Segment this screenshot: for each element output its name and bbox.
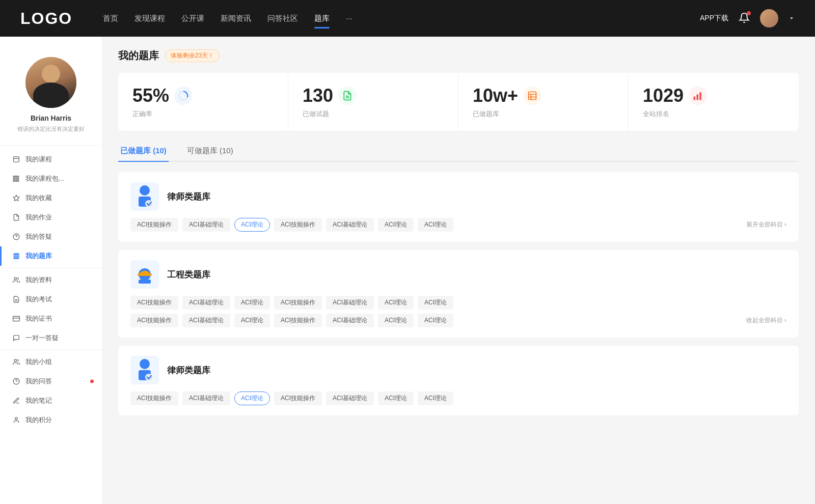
tag[interactable]: ACI基础理论	[182, 218, 230, 232]
nav-more[interactable]: ···	[346, 12, 352, 25]
tag-active[interactable]: ACI理论	[234, 391, 270, 405]
tag[interactable]: ACI技能操作	[130, 296, 178, 310]
tag[interactable]: ACI理论	[418, 391, 453, 405]
tag[interactable]: ACI技能操作	[130, 391, 178, 405]
svg-point-39	[145, 374, 152, 381]
tags-section: ACI技能操作 ACI基础理论 ACI理论 ACI技能操作 ACI基础理论 AC…	[130, 391, 786, 405]
sidebar-label: 我的笔记	[25, 396, 52, 405]
sidebar-item-favorites[interactable]: 我的收藏	[0, 188, 102, 208]
tag[interactable]: ACI理论	[378, 218, 414, 232]
exam-icon	[12, 295, 20, 303]
sidebar-item-mycourse[interactable]: 我的课程	[0, 150, 102, 169]
nav-home[interactable]: 首页	[103, 12, 118, 25]
bank-icon-lawyer	[130, 182, 159, 211]
nav-news[interactable]: 新闻资讯	[221, 12, 251, 25]
sidebar-item-questionbank[interactable]: 我的题库	[0, 246, 102, 266]
svg-rect-24	[529, 92, 536, 100]
chat-icon	[12, 334, 20, 342]
tag[interactable]: ACI理论	[234, 314, 270, 327]
avatar-image	[25, 57, 76, 108]
tag-active[interactable]: ACI理论	[234, 218, 270, 232]
sidebar-label: 一对一答疑	[25, 333, 59, 343]
expand-link[interactable]: 展开全部科目 ›	[746, 220, 786, 229]
tag[interactable]: ACI理论	[418, 218, 453, 232]
package-icon	[12, 175, 20, 183]
stat-rank: 1029 全站排名	[629, 73, 799, 131]
divider	[0, 350, 102, 350]
tag[interactable]: ACI技能操作	[274, 314, 322, 327]
tag[interactable]: ACI基础理论	[326, 218, 374, 232]
tag[interactable]: ACI基础理论	[182, 296, 230, 310]
sidebar-label: 我的题库	[25, 251, 52, 261]
profile-motto: 错误的决定比没有决定要好	[8, 125, 94, 133]
sidebar-item-answers[interactable]: 我的答疑	[0, 227, 102, 246]
nav-discover[interactable]: 发现课程	[134, 12, 165, 25]
nav-opencourse[interactable]: 公开课	[181, 12, 204, 25]
sidebar-item-coursepackage[interactable]: 我的课程包...	[0, 169, 102, 188]
sidebar-label: 我的答疑	[25, 232, 52, 241]
bank-icon-lawyer2	[130, 356, 159, 384]
tags-row: ACI技能操作 ACI基础理论 ACI理论 ACI技能操作 ACI基础理论 AC…	[130, 391, 453, 405]
rank-icon	[689, 87, 707, 105]
chevron-down-icon[interactable]	[789, 15, 795, 21]
notification-bell[interactable]	[739, 12, 750, 25]
sidebar-item-homework[interactable]: 我的作业	[0, 208, 102, 227]
tag[interactable]: ACI技能操作	[274, 218, 322, 232]
tag[interactable]: ACI技能操作	[274, 391, 322, 405]
sidebar-item-notes[interactable]: 我的笔记	[0, 391, 102, 410]
tag[interactable]: ACI理论	[418, 314, 453, 327]
sidebar-menu: 我的课程 我的课程包... 我的收藏 我的作业	[0, 146, 102, 434]
tab-available[interactable]: 可做题库 (10)	[185, 141, 235, 161]
tab-done[interactable]: 已做题库 (10)	[118, 141, 169, 161]
tags-row: ACI技能操作 ACI基础理论 ACI理论 ACI技能操作 ACI基础理论 AC…	[130, 314, 453, 327]
nav-questionbank[interactable]: 题库	[314, 12, 330, 25]
banks-icon	[523, 87, 541, 105]
tag[interactable]: ACI理论	[378, 314, 414, 327]
sidebar-item-myqa[interactable]: 我的问答	[0, 372, 102, 391]
tag[interactable]: ACI基础理论	[326, 296, 374, 310]
accuracy-icon	[174, 87, 193, 105]
user-avatar[interactable]	[760, 9, 778, 27]
tags-section-row1: ACI技能操作 ACI基础理论 ACI理论 ACI技能操作 ACI基础理论 AC…	[130, 296, 786, 310]
star-icon	[12, 194, 20, 202]
notes-icon	[12, 397, 20, 405]
tag[interactable]: ACI理论	[378, 391, 414, 405]
app-download-link[interactable]: APP下载	[700, 14, 728, 23]
tag[interactable]: ACI理论	[234, 296, 270, 310]
sidebar: Brian Harris 错误的决定比没有决定要好 我的课程 我的课程包...	[0, 37, 102, 504]
bank-card-header: 工程类题库	[130, 260, 786, 289]
tag[interactable]: ACI理论	[418, 296, 453, 310]
collapse-link[interactable]: 收起全部科目 ›	[746, 316, 786, 325]
stat-label: 已做试题	[303, 109, 444, 119]
stats-grid: 55% 正确率 130 已做试题	[118, 73, 799, 131]
sidebar-item-certificate[interactable]: 我的证书	[0, 309, 102, 328]
sidebar-item-profile[interactable]: 我的资料	[0, 270, 102, 290]
tag[interactable]: ACI技能操作	[274, 296, 322, 310]
tag[interactable]: ACI技能操作	[130, 218, 178, 232]
sidebar-item-points[interactable]: 我的积分	[0, 410, 102, 430]
tag[interactable]: ACI基础理论	[182, 391, 230, 405]
svg-point-16	[14, 359, 17, 362]
certificate-icon	[12, 315, 20, 323]
tags-row: ACI技能操作 ACI基础理论 ACI理论 ACI技能操作 ACI基础理论 AC…	[130, 218, 453, 232]
trial-badge: 体验剩余23天！	[165, 49, 220, 62]
svg-point-33	[145, 200, 152, 207]
tag[interactable]: ACI基础理论	[182, 314, 230, 327]
tag[interactable]: ACI技能操作	[130, 314, 178, 327]
nav-qa[interactable]: 问答社区	[267, 12, 298, 25]
svg-rect-30	[699, 92, 701, 100]
tag[interactable]: ACI理论	[378, 296, 414, 310]
sidebar-item-tutor[interactable]: 一对一答疑	[0, 328, 102, 348]
svg-rect-3	[15, 176, 16, 182]
svg-point-19	[15, 417, 18, 420]
tag[interactable]: ACI基础理论	[326, 391, 374, 405]
tag[interactable]: ACI基础理论	[326, 314, 374, 327]
lawyer-person-icon	[134, 184, 155, 209]
sidebar-label: 我的资料	[25, 275, 52, 285]
sidebar-label: 我的课程	[25, 155, 52, 164]
sidebar-item-group[interactable]: 我的小组	[0, 352, 102, 372]
sidebar-item-exam[interactable]: 我的考试	[0, 290, 102, 309]
lawyer-person-icon-2	[134, 358, 155, 382]
divider	[0, 268, 102, 268]
stat-banks: 10w+ 已做题库	[458, 73, 629, 131]
